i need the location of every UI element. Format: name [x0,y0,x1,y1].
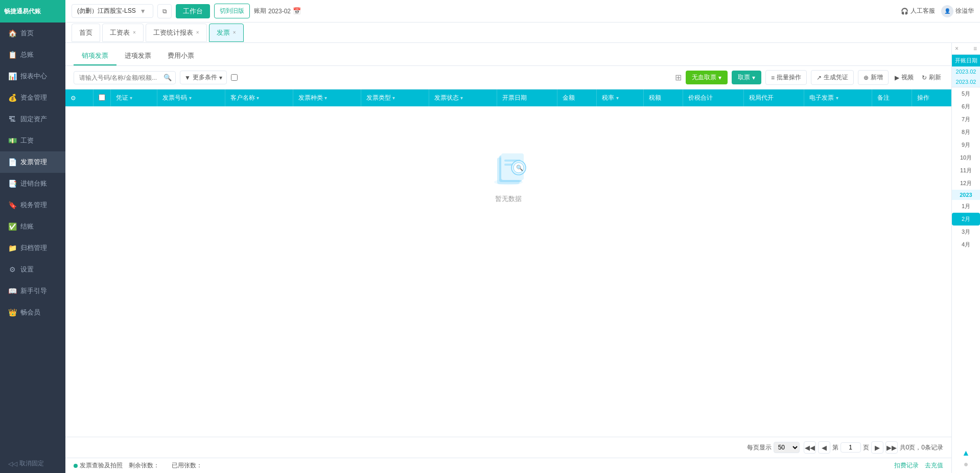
used-label: 已用张数： [172,461,202,470]
company-selector[interactable]: (勿删）江西股宝-LSS ▼ [72,4,153,18]
grid-view-icon[interactable]: ⊞ [675,73,682,82]
open-period-button[interactable]: 开账日期 [952,55,980,66]
date-down-icon[interactable]: ● [964,460,969,469]
refresh-button[interactable]: ↻ 刷新 [920,71,943,84]
sidebar-item-close[interactable]: ✅ 结账 [0,216,65,237]
sales-icon: 📑 [8,179,16,188]
close-date-panel-icon[interactable]: × [955,45,959,52]
subtab-receipts[interactable]: 费用小票 [159,47,202,65]
sidebar-item-ledger[interactable]: 📋 总账 [0,44,65,65]
recharge-link[interactable]: 去充值 [925,461,943,470]
month-1[interactable]: 1月 [952,200,980,213]
guide-icon: 📖 [8,287,16,295]
sidebar-item-home[interactable]: 🏠 首页 [0,22,65,44]
current-period-header-1[interactable]: 2023.02 [952,66,980,77]
sidebar-bottom-pin[interactable]: ◁◁ 取消固定 [0,454,65,473]
month-6[interactable]: 6月 [952,100,980,113]
month-8[interactable]: 8月 [952,126,980,139]
month-9[interactable]: 9月 [952,139,980,151]
month-7[interactable]: 7月 [952,113,980,126]
invoice-verify[interactable]: 发票查验及拍照 [74,461,123,470]
subtab-incoming[interactable]: 进项发票 [116,47,159,65]
page-size-select[interactable]: 50 100 200 [774,442,800,453]
sidebar-item-member[interactable]: 👑 畅会员 [0,302,65,323]
tax-icon: 🔖 [8,201,16,209]
select-all-checkbox[interactable] [99,94,105,101]
tab-invoice[interactable]: 发票 × [209,24,244,42]
th-total: 价税合计 [683,89,744,106]
filter-button[interactable]: ▼ 更多条件 ▾ [180,71,227,84]
batch-ops-button[interactable]: ≡ 批量操作 [765,70,807,85]
salary-stats-tab-label: 工资统计报表 [153,28,193,37]
switch-button[interactable]: 切到旧版 [214,4,250,18]
search-input[interactable] [74,71,176,84]
copy-button[interactable]: ⧉ [157,4,172,18]
sort-electronic-icon: ▾ [836,95,838,101]
verify-dot-icon [74,464,78,468]
tab-home[interactable]: 首页 [72,24,100,42]
service-button[interactable]: 🎧 人工客服 [901,7,935,15]
month-4[interactable]: 4月 [952,238,980,251]
month-12[interactable]: 12月 [952,177,980,190]
close-salary-stats-tab-icon[interactable]: × [196,30,199,35]
no-tax-arrow-icon: ▾ [718,74,721,81]
sidebar-item-tax[interactable]: 🔖 税务管理 [0,194,65,216]
sidebar-item-invoice[interactable]: 📄 发票管理 [0,151,65,173]
take-ticket-button[interactable]: 取票 ▾ [732,71,761,84]
deduction-link[interactable]: 扣费记录 [894,461,919,470]
sidebar-item-reports[interactable]: 📊 报表中心 [0,65,65,87]
last-page-button[interactable]: ▶▶ [885,441,898,454]
month-2-active[interactable]: 2月 [952,213,980,226]
close-invoice-tab-icon[interactable]: × [233,30,236,35]
video-button[interactable]: ▶ 视频 [893,71,916,84]
avatar-icon: 👤 [944,8,950,14]
show-detail-checkbox[interactable] [231,74,240,81]
sidebar-item-guide[interactable]: 📖 新手引导 [0,280,65,302]
prev-page-button[interactable]: ◀ [818,441,830,454]
month-10[interactable]: 10月 [952,151,980,164]
year-2023-label: 2023 [952,190,980,200]
th-checkbox[interactable] [93,89,110,106]
next-page-button[interactable]: ▶ [871,441,883,454]
sidebar-item-label: 新手引导 [20,286,47,296]
sidebar-item-label: 工资 [20,136,34,145]
sidebar-item-settings[interactable]: ⚙ 设置 [0,259,65,280]
assets-icon: 🏗 [8,115,16,123]
tab-salary[interactable]: 工资表 × [102,24,144,42]
month-5[interactable]: 5月 [952,87,980,100]
sort-invoice-type-icon: ▾ [324,95,327,101]
current-period-header-2[interactable]: 2023.02 [952,77,980,87]
sidebar-item-archive[interactable]: 📁 归档管理 [0,237,65,259]
generate-voucher-button[interactable]: ↗ 生成凭证 [811,70,854,85]
th-tax-rate: 税率 ▾ [597,89,644,106]
subtab-outgoing[interactable]: 销项发票 [74,47,116,65]
date-panel: × ≡ 开账日期 2023.02 2023.02 5月 6月 7月 8月 9月 … [951,43,980,473]
sidebar-item-assets[interactable]: 🏗 固定资产 [0,108,65,130]
table-header-row: ⚙ 凭证 ▾ 发票号码 ▾ 客户名称 ▾ 发票种类 ▾ 发票类型 ▾ 发票状态 … [65,89,951,106]
sort-invoice-no-icon: ▾ [189,95,192,101]
month-3[interactable]: 3月 [952,226,980,238]
sidebar-logo: 畅捷通易代账 [0,0,65,22]
workspace-button[interactable]: 工作台 [176,4,210,18]
first-page-button[interactable]: ◀◀ [804,441,816,454]
new-button[interactable]: ⊕ 新增 [858,70,889,85]
expand-date-panel-icon[interactable]: ≡ [973,45,977,52]
copy-icon: ⧉ [162,8,167,15]
video-icon: ▶ [895,74,899,81]
no-tax-button[interactable]: 无血取票 ▾ [686,71,728,84]
th-action: 操作 [912,89,951,106]
new-label: 新增 [871,73,883,82]
date-up-icon[interactable]: ▲ [962,448,970,458]
page-number-input[interactable] [841,442,861,453]
tab-salary-stats[interactable]: 工资统计报表 × [146,24,207,42]
month-11[interactable]: 11月 [952,164,980,177]
sidebar-item-funds[interactable]: 💰 资金管理 [0,87,65,108]
detail-checkbox-input[interactable] [231,74,238,81]
user-button[interactable]: 👤 徐溢华 [941,5,974,17]
empty-illustration: 🔍 [488,147,529,188]
th-settings[interactable]: ⚙ [65,89,93,106]
service-label: 人工客服 [911,7,935,15]
sidebar-item-sales[interactable]: 📑 进销台账 [0,173,65,194]
sidebar-item-salary[interactable]: 💵 工资 [0,130,65,151]
close-salary-tab-icon[interactable]: × [133,30,136,35]
